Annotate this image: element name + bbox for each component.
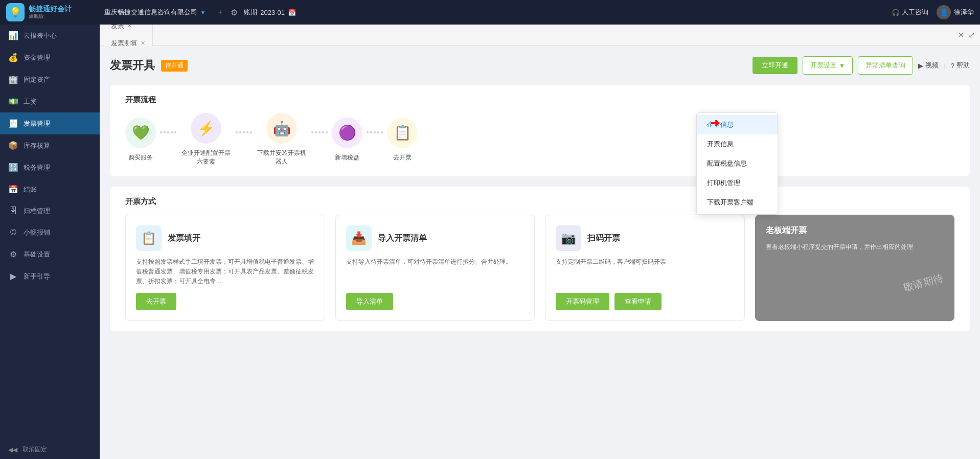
sidebar-icon-yunbao: 📊 — [8, 31, 18, 40]
sidebar-icon-jichushezhi: ⚙ — [8, 249, 18, 259]
sidebar-label-fapiao: 发票管理 — [24, 119, 50, 128]
sidebar-icon-gongzi: 💵 — [8, 97, 18, 106]
connector-dots — [236, 131, 252, 133]
flow-step-2: 🤖 下载并安装开票机器人 — [256, 113, 307, 166]
dropdown-item-开票信息[interactable]: 开票信息 — [697, 134, 778, 154]
step-label-3: 新增税盘 — [335, 153, 359, 162]
settings-btn-label: 开票设置 — [810, 61, 837, 70]
method-card-scan: 📷 扫码开票 支持定制开票二维码，客户端可扫码开票 开票码管理 查看申请 — [545, 215, 745, 321]
sidebar-item-yunbao[interactable]: 📊云报表中心 — [0, 25, 100, 47]
video-button[interactable]: ▶ 视频 — [918, 61, 939, 70]
method-header-import: 📥 导入开票清单 — [346, 225, 525, 251]
sidebar-item-xinyindao[interactable]: ▶新手引导 — [0, 265, 100, 287]
connector-dots — [367, 131, 383, 133]
user-info[interactable]: 👤 徐泽华 — [937, 5, 974, 19]
sidebar-icon-xiaochang: © — [8, 228, 18, 237]
page-header: 发票开具 待开通 立即开通 开票设置 ▼ 异常清单查询 ▶ 视频 | — [110, 56, 970, 75]
tab-bar: 首页发票✕发票测算✕发票开具✕ ✕ ⤢ — [100, 25, 980, 46]
import-desc: 支持导入待开票清单，可对待开票清单进行拆分、合并处理。 — [346, 257, 525, 267]
period-text: 账期 — [244, 8, 257, 17]
step-icon-4: 📋 — [387, 118, 418, 148]
help-button[interactable]: ? 帮助 — [951, 61, 970, 70]
sidebar-items-container: 📊云报表中心💰资金管理🏢固定资产💵工资🧾发票管理📦库存核算🔢税务管理📅结账🗄归档… — [0, 25, 100, 287]
sidebar-item-xiaochang[interactable]: ©小畅报销 — [0, 222, 100, 243]
cancel-pin-label: 取消固定 — [22, 445, 47, 454]
sidebar-icon-guding: 🏢 — [8, 75, 18, 84]
help-icon: ? — [951, 62, 954, 70]
consult-button[interactable]: 🎧 人工咨询 — [892, 8, 928, 17]
fill-btn[interactable]: 去开票 — [136, 293, 176, 310]
sidebar-label-shuiwu: 税务管理 — [24, 163, 50, 172]
methods-title: 开票方式 — [125, 197, 954, 206]
sidebar-label-zijin: 资金管理 — [24, 53, 50, 62]
method-card-import: 📥 导入开票清单 支持导入待开票清单，可对待开票清单进行拆分、合并处理。 导入清… — [335, 215, 535, 321]
boss-watermark: 敬请期待 — [902, 271, 945, 295]
sidebar-icon-shuiwu: 🔢 — [8, 163, 18, 172]
import-icon: 📥 — [346, 225, 372, 251]
flow-step-4: 📋 去开票 — [387, 118, 418, 162]
sidebar-item-cancel-pin[interactable]: ◀◀ 取消固定 — [0, 440, 100, 459]
activate-button[interactable]: 立即开通 — [753, 57, 797, 74]
maximize-icon[interactable]: ⤢ — [968, 30, 975, 40]
connector-dots — [311, 131, 328, 133]
tab-close-icon[interactable]: ✕ — [127, 25, 132, 29]
user-name: 徐泽华 — [954, 8, 974, 17]
sidebar-item-guidang[interactable]: 🗄归档管理 — [0, 200, 100, 222]
company-selector[interactable]: 重庆畅捷交通信息咨询有限公司 ▼ — [104, 8, 206, 17]
settings-button[interactable]: 开票设置 ▼ — [803, 56, 853, 75]
close-window-icon[interactable]: ✕ — [958, 30, 964, 40]
sidebar-item-fapiao[interactable]: 🧾发票管理 — [0, 112, 100, 134]
import-btn[interactable]: 导入清单 — [346, 293, 393, 310]
sidebar-label-guidang: 归档管理 — [24, 206, 50, 216]
sidebar-item-guding[interactable]: 🏢固定资产 — [0, 68, 100, 90]
consult-label: 人工咨询 — [902, 8, 928, 17]
sidebar-item-kucun[interactable]: 📦库存核算 — [0, 134, 100, 156]
add-button[interactable]: + — [218, 8, 222, 17]
sidebar-icon-jiezhang: 📅 — [8, 185, 18, 194]
dropdown-item-企业信息[interactable]: 企业信息 — [697, 115, 778, 134]
settings-btn-arrow: ▼ — [839, 62, 846, 70]
logo-text-block: 畅捷通好会计 旗舰版 — [29, 5, 72, 20]
header-actions: 立即开通 开票设置 ▼ 异常清单查询 ▶ 视频 | ? — [753, 56, 970, 75]
flow-section: 开票流程 💚 购买服务 ⚡ 企业开通配置开票六要素 🤖 下载并安装开票机器人 🟣… — [110, 85, 970, 176]
dropdown-item-打印机管理[interactable]: 打印机管理 — [697, 173, 778, 193]
content-scroll: 发票开具 待开通 立即开通 开票设置 ▼ 异常清单查询 ▶ 视频 | — [100, 46, 980, 459]
flow-step-0: 💚 购买服务 — [125, 118, 156, 162]
company-name: 重庆畅捷交通信息咨询有限公司 — [104, 8, 197, 17]
scan-view-btn[interactable]: 查看申请 — [614, 293, 662, 310]
step-connector-3 — [362, 131, 387, 133]
sidebar-item-gongzi[interactable]: 💵工资 — [0, 90, 100, 112]
page-title: 发票开具 — [110, 58, 155, 73]
video-play-icon: ▶ — [918, 62, 923, 70]
step-connector-2 — [307, 131, 332, 133]
sidebar-item-jiezhang[interactable]: 📅结账 — [0, 178, 100, 200]
abnormal-button[interactable]: 异常清单查询 — [858, 56, 913, 75]
flow-title: 开票流程 — [125, 95, 954, 105]
sidebar-icon-xinyindao: ▶ — [8, 271, 18, 281]
scan-icon: 📷 — [556, 225, 581, 251]
scan-title: 扫码开票 — [587, 233, 620, 244]
help-label: 帮助 — [956, 61, 970, 70]
tab-发票[interactable]: 发票✕ — [104, 25, 153, 35]
fill-icon: 📋 — [136, 225, 162, 251]
scan-btns: 开票码管理 查看申请 — [556, 293, 734, 310]
import-title: 导入开票清单 — [378, 233, 427, 244]
scan-qr-btn[interactable]: 开票码管理 — [556, 293, 609, 310]
logo-sub: 旗舰版 — [29, 13, 72, 20]
top-bar: 💡 畅捷通好会计 旗舰版 重庆畅捷交通信息咨询有限公司 ▼ + ⚙ 账期 202… — [0, 0, 980, 25]
sidebar-item-shuiwu[interactable]: 🔢税务管理 — [0, 156, 100, 178]
method-cards: 📋 发票填开 支持按照发票样式手工填开发票；可开具增值税电子普通发票、增值税普通… — [125, 215, 954, 321]
headset-icon: 🎧 — [892, 9, 900, 16]
dropdown-item-下载开票客户端[interactable]: 下载开票客户端 — [697, 193, 778, 212]
method-header-scan: 📷 扫码开票 — [556, 225, 734, 251]
step-label-0: 购买服务 — [128, 153, 153, 162]
dropdown-item-配置税盘信息[interactable]: 配置税盘信息 — [697, 154, 778, 173]
fill-desc: 支持按照发票样式手工填开发票；可开具增值税电子普通发票、增值税普通发票、增值税专… — [136, 257, 314, 287]
step-icon-2: 🤖 — [266, 113, 297, 144]
sidebar-label-jiezhang: 结账 — [24, 185, 37, 194]
settings-icon[interactable]: ⚙ — [231, 8, 238, 17]
sidebar-item-jichushezhi[interactable]: ⚙基础设置 — [0, 243, 100, 265]
top-right: 🎧 人工咨询 👤 徐泽华 — [892, 5, 974, 19]
sidebar-item-zijin[interactable]: 💰资金管理 — [0, 47, 100, 68]
sidebar-label-guding: 固定资产 — [24, 75, 50, 84]
